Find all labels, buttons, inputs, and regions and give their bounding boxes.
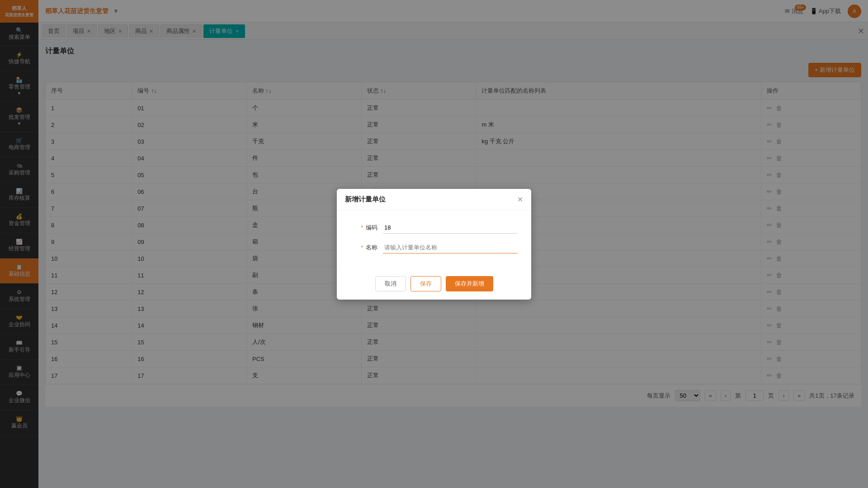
modal-close-button[interactable]: ✕ — [517, 195, 523, 204]
modal-header: 新增计量单位 ✕ — [337, 189, 531, 211]
cancel-button[interactable]: 取消 — [375, 276, 406, 291]
code-form-row: * 编码 — [350, 222, 518, 234]
name-label: * 名称 — [350, 244, 377, 252]
modal-overlay[interactable]: 新增计量单位 ✕ * 编码 * 名称 取消 保存 保存并新增 — [0, 0, 868, 488]
code-input[interactable] — [383, 222, 518, 234]
name-required: * — [361, 244, 363, 251]
add-unit-modal: 新增计量单位 ✕ * 编码 * 名称 取消 保存 保存并新增 — [337, 189, 531, 300]
name-label-text: 名称 — [366, 244, 377, 251]
name-form-row: * 名称 — [350, 242, 518, 253]
name-input[interactable] — [383, 242, 518, 253]
save-button[interactable]: 保存 — [410, 276, 441, 291]
modal-body: * 编码 * 名称 — [337, 211, 531, 271]
modal-footer: 取消 保存 保存并新增 — [337, 271, 531, 300]
modal-title: 新增计量单位 — [345, 195, 386, 204]
code-label-text: 编码 — [366, 224, 377, 231]
code-required: * — [361, 224, 363, 231]
code-label: * 编码 — [350, 224, 377, 232]
save-and-new-button[interactable]: 保存并新增 — [446, 276, 493, 291]
